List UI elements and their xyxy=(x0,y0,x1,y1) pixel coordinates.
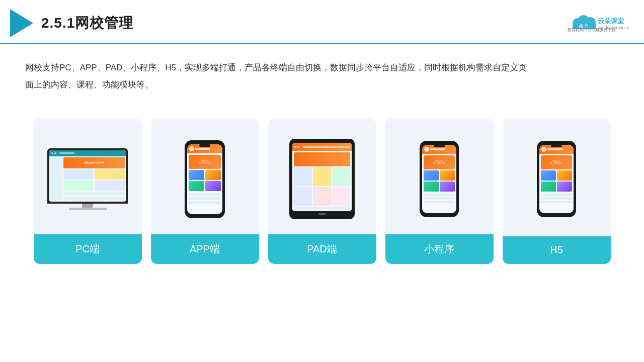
description-paragraph: 网校支持PC、APP、PAD、小程序、H5，实现多端打通，产品各终端自由切换，数… xyxy=(25,59,528,94)
h5-card-label: H5 xyxy=(503,236,611,264)
app-image-area: 职遇人的第一堂培训课 xyxy=(156,129,254,229)
h5-phone-screen: 职遇人的第一堂培训课 xyxy=(539,145,574,213)
description-text: 网校支持PC、APP、PAD、小程序、H5，实现多端打通，产品各终端自由切换，数… xyxy=(0,44,553,104)
h5-phone-mockup: 职遇人的第一堂培训课 xyxy=(537,141,576,217)
svg-text:教育机构一站式服务云平台: 教育机构一站式服务云平台 xyxy=(568,28,616,32)
app-card: 职遇人的第一堂培训课 APP端 xyxy=(151,119,259,264)
brand-logo: 云朵课堂 yunduoketang.com 教育机构一站式服务云平台 xyxy=(564,12,629,34)
pc-mockup: 职遇人的第一堂培训课 xyxy=(47,148,128,210)
phone-notch xyxy=(199,144,210,147)
pc-screen: 职遇人的第一堂培训课 xyxy=(47,148,128,204)
logo-triangle-icon xyxy=(10,9,33,37)
pc-card: 职遇人的第一堂培训课 xyxy=(34,119,142,264)
pc-card-label: PC端 xyxy=(34,234,142,264)
pad-card: PAD端 xyxy=(268,119,376,264)
pad-card-label: PAD端 xyxy=(268,234,376,264)
app-card-label: APP端 xyxy=(151,234,259,264)
tablet-home-btn xyxy=(318,213,326,215)
header-left: 2.5.1网校管理 xyxy=(10,9,133,37)
miniprogram-phone-notch xyxy=(434,145,445,147)
page-header: 2.5.1网校管理 云朵课堂 yunduoketang.com 教育机构一站式服… xyxy=(0,0,644,44)
miniprogram-card: 职遇人的第一堂培训课 小程序 xyxy=(385,119,494,264)
tablet-screen xyxy=(292,143,352,211)
brand-svg: 云朵课堂 yunduoketang.com 教育机构一站式服务云平台 xyxy=(564,12,629,33)
miniprogram-phone-screen: 职遇人的第一堂培训课 xyxy=(422,145,456,213)
device-cards-section: 职遇人的第一堂培训课 xyxy=(0,109,644,274)
app-phone-mockup: 职遇人的第一堂培训课 xyxy=(185,140,225,218)
svg-text:云朵课堂: 云朵课堂 xyxy=(598,17,624,25)
phone-screen: 职遇人的第一堂培训课 xyxy=(187,144,222,214)
h5-phone-notch xyxy=(551,145,562,147)
svg-point-5 xyxy=(585,24,588,27)
pc-image-area: 职遇人的第一堂培训课 xyxy=(39,129,137,229)
page-title: 2.5.1网校管理 xyxy=(41,14,133,33)
tablet-mockup xyxy=(289,139,355,219)
miniprogram-card-label: 小程序 xyxy=(385,234,494,264)
h5-image-area: 职遇人的第一堂培训课 xyxy=(508,129,606,229)
miniprogram-phone-mockup: 职遇人的第一堂培训课 xyxy=(420,141,459,217)
h5-card: 职遇人的第一堂培训课 H5 xyxy=(503,119,611,264)
pad-image-area xyxy=(273,129,371,229)
miniprogram-image-area: 职遇人的第一堂培训课 xyxy=(390,129,489,229)
